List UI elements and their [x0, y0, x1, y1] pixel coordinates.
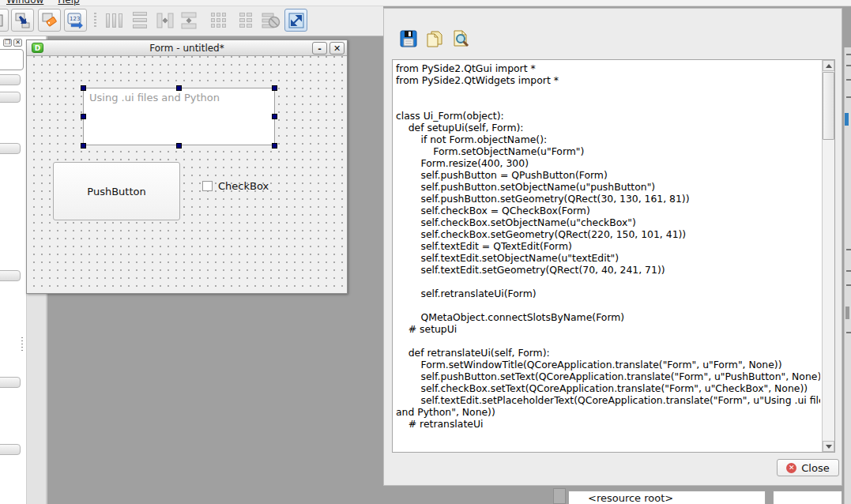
- save-icon: [399, 29, 418, 48]
- selected-row-edge: [845, 113, 849, 126]
- edit-tab-order-icon: 123: [67, 13, 85, 28]
- adjust-size-icon: [288, 13, 304, 28]
- scrollbar-thumb[interactable]: [823, 72, 834, 140]
- widget-box-close-button[interactable]: ✕: [13, 39, 22, 47]
- code-line: Form.setWindowTitle(QCoreApplication.tra…: [396, 359, 820, 370]
- layout-vertically-splitter-button: [177, 9, 200, 32]
- resource-tree-panel[interactable]: <resource root>: [568, 491, 766, 504]
- code-line: [396, 335, 820, 347]
- selection-handle-top-right[interactable]: [272, 85, 277, 91]
- splitter-handle[interactable]: [21, 337, 23, 353]
- layout-horizontally-icon: [106, 13, 122, 28]
- arrow-down-icon: [826, 445, 832, 449]
- layout-vertically-splitter-icon: [181, 12, 197, 29]
- widget-box-category[interactable]: [0, 270, 21, 281]
- code-line: self.retranslateUi(Form): [396, 288, 820, 299]
- selection-handle-top-center[interactable]: [176, 85, 182, 91]
- form-minimize-button[interactable]: -: [312, 42, 327, 55]
- code-line: self.checkBox.setGeometry(QRect(220, 150…: [396, 228, 820, 240]
- code-line: self.textEdit.setGeometry(QRect(70, 40, …: [396, 264, 820, 276]
- checkbox-indicator[interactable]: [202, 181, 213, 191]
- selection-handle-bottom-left[interactable]: [81, 143, 86, 149]
- code-line: Form.resize(400, 300): [396, 157, 820, 169]
- selection-handle-bottom-right[interactable]: [272, 143, 277, 149]
- edit-buddies-icon: [42, 13, 58, 28]
- edit-widgets-button[interactable]: [0, 9, 9, 32]
- adjust-size-button[interactable]: [284, 9, 307, 32]
- code-line: self.checkBox.setText(QCoreApplication.t…: [396, 382, 820, 394]
- code-line: self.pushButton.setText(QCoreApplication…: [396, 370, 820, 382]
- save-button[interactable]: [399, 29, 418, 48]
- code-line: [396, 98, 820, 110]
- selection-handle-mid-left[interactable]: [81, 114, 86, 119]
- code-line: class Ui_Form(object):: [396, 110, 820, 122]
- code-line: from PySide2.QtWidgets import *: [396, 74, 820, 86]
- code-line: QMetaObject.connectSlotsByName(Form): [396, 311, 820, 323]
- code-line: self.pushButton = QPushButton(Form): [396, 169, 820, 181]
- edit-buddies-button[interactable]: [38, 9, 61, 32]
- preview-icon: [451, 29, 470, 48]
- widget-box-restore-button[interactable]: ❐: [3, 39, 12, 47]
- code-line: and Python", None)): [396, 406, 820, 418]
- layout-form-icon: [239, 13, 252, 28]
- scroll-down-button[interactable]: [823, 441, 834, 452]
- form-window-titlebar[interactable]: D Form - untitled* - ✕: [27, 40, 347, 56]
- code-line: self.pushButton.setObjectName(u"pushButt…: [396, 181, 820, 193]
- break-layout-button: [259, 9, 282, 32]
- menu-window[interactable]: Window: [6, 0, 43, 6]
- widget-box-filter-input[interactable]: [0, 49, 24, 70]
- menu-help[interactable]: Help: [58, 0, 79, 6]
- code-line: Form.setObjectName(u"Form"): [396, 145, 820, 157]
- widget-box-scrollbar[interactable]: [26, 294, 46, 504]
- code-line: [396, 86, 820, 98]
- code-scrollbar[interactable]: [822, 60, 834, 452]
- form-window-title: Form - untitled*: [27, 43, 347, 54]
- pushbutton-widget[interactable]: PushButton: [53, 162, 180, 220]
- layout-horizontally-splitter-icon: [156, 13, 174, 28]
- tree-branch-mark: [846, 79, 851, 81]
- code-line: [396, 276, 820, 288]
- selection-handle-bottom-center[interactable]: [176, 143, 182, 149]
- checkbox-widget[interactable]: CheckBox: [202, 180, 269, 192]
- layout-grid-icon: [211, 13, 226, 28]
- tree-branch-mark: [846, 270, 851, 272]
- menu-bar: WindowHelp: [0, 0, 851, 6]
- code-line: self.textEdit = QTextEdit(Form): [396, 240, 820, 252]
- widget-box-category[interactable]: [0, 444, 21, 455]
- code-line: self.pushButton.setGeometry(QRect(30, 13…: [396, 193, 820, 205]
- code-line: [396, 299, 820, 311]
- break-layout-icon: [262, 12, 281, 29]
- textedit-widget[interactable]: Using .ui files and Python: [83, 88, 275, 145]
- arrow-up-icon: [826, 64, 832, 68]
- toolbar-separator: [94, 13, 96, 28]
- layout-horizontally-button: [103, 9, 126, 32]
- code-line: def setupUi(self, Form):: [396, 122, 820, 134]
- form-canvas[interactable]: Using .ui files and Python PushButton Ch…: [27, 56, 347, 293]
- selection-handle-top-left[interactable]: [81, 85, 86, 91]
- edit-signals-slots-button[interactable]: [11, 9, 34, 32]
- widget-box-category[interactable]: [0, 143, 21, 154]
- form-close-button[interactable]: ✕: [329, 42, 345, 55]
- close-circle-icon: ✕: [786, 463, 796, 473]
- widget-box-category[interactable]: [0, 92, 21, 103]
- scroll-up-button[interactable]: [823, 60, 834, 71]
- tree-branch-mark: [846, 65, 851, 66]
- textedit-placeholder: Using .ui files and Python: [84, 88, 274, 107]
- scrollbar-thumb-edge: [845, 307, 849, 319]
- close-button[interactable]: ✕ Close: [777, 459, 839, 476]
- layout-vertically-icon: [133, 12, 147, 28]
- copy-button[interactable]: [425, 29, 444, 48]
- code-view[interactable]: from PySide2.QtGui import *from PySide2.…: [392, 59, 835, 453]
- resource-root-item[interactable]: <resource root>: [588, 492, 673, 504]
- generated-python-code[interactable]: from PySide2.QtGui import *from PySide2.…: [396, 62, 820, 450]
- selection-handle-mid-right[interactable]: [272, 114, 277, 119]
- resource-panel-scrollbar[interactable]: [553, 488, 566, 504]
- layout-grid-button: [207, 9, 230, 32]
- preview-button[interactable]: [451, 29, 470, 48]
- tree-branch-mark: [846, 249, 851, 250]
- code-line: if not Form.objectName():: [396, 134, 820, 145]
- widget-box-category[interactable]: [0, 377, 21, 388]
- resource-list-panel: [773, 491, 842, 504]
- widget-box-category[interactable]: [0, 74, 21, 85]
- edit-tab-order-button[interactable]: 123: [64, 9, 87, 32]
